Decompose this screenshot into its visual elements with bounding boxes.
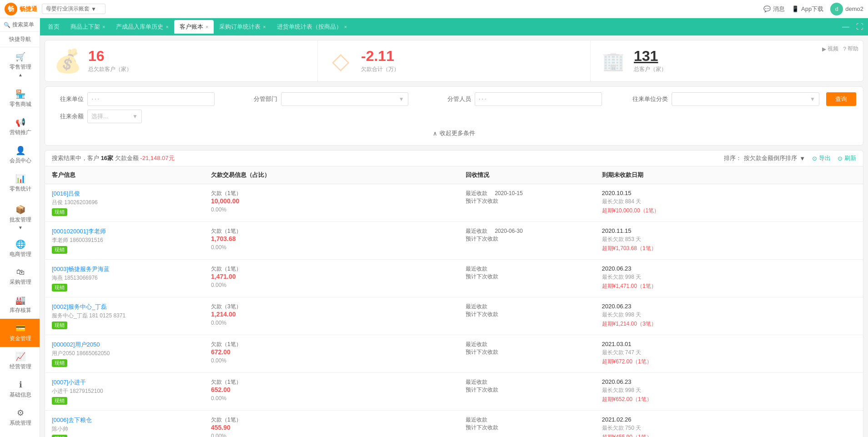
sidebar-item-member[interactable]: 👤 会员中心 xyxy=(0,141,40,169)
manager-input[interactable]: ··· xyxy=(475,92,602,106)
header-collection: 回收情况 xyxy=(466,171,602,179)
batch-icon: 📦 xyxy=(15,205,25,215)
collapse-btn[interactable]: ∧ 收起更多条件 xyxy=(433,129,475,137)
customer-tag: 现销 xyxy=(52,246,67,254)
sidebar-item-retail-stats[interactable]: 📊 零售统计 xyxy=(0,169,40,197)
tab-home[interactable]: 首页 xyxy=(42,20,65,34)
export-icon: ⊙ xyxy=(812,155,817,162)
tab-close-icon[interactable]: × xyxy=(263,24,266,30)
from-unit-label: 往来单位 xyxy=(52,95,84,103)
sidebar-search-label: 搜索菜单 xyxy=(12,21,34,29)
unit-class-select[interactable]: ▼ xyxy=(672,92,819,106)
manager-filter: 分管人员 ··· xyxy=(439,92,626,106)
results-bar: 搜索结果中，客户 16家 欠款金额 -21,148.07元 排序： 按欠款金额倒… xyxy=(45,150,863,166)
sidebar-item-label: 系统管理 xyxy=(10,419,31,427)
filter-row-1: 往来单位 ··· 分管部门 ▼ xyxy=(52,92,856,106)
tab-purchase-stats[interactable]: 进货单统计表（按商品） × xyxy=(271,20,352,34)
message-btn[interactable]: 💬 消息 xyxy=(763,5,785,13)
tab-customer-account[interactable]: 客户账本 × xyxy=(174,20,214,34)
user-name: demo2 xyxy=(845,5,863,12)
sidebar-item-stock[interactable]: 🏭 库存核算 xyxy=(0,291,40,319)
customer-name-link[interactable]: [0016]吕俊 xyxy=(52,190,80,197)
user-avatar-btn[interactable]: d demo2 xyxy=(830,3,863,15)
unit-class-arrow: ▼ xyxy=(810,96,815,102)
store-icon: 🏪 xyxy=(15,89,25,99)
results-sort[interactable]: 排序： 按欠款金额倒序排序 ▼ xyxy=(724,154,805,162)
sidebar-item-capital[interactable]: 💳 资金管理 xyxy=(0,319,40,347)
export-btn[interactable]: ⊙ 导出 xyxy=(812,154,831,162)
tab-product-publish[interactable]: 商品上下架 × xyxy=(65,20,110,34)
video-icon: ▶ xyxy=(822,46,826,52)
refresh-btn[interactable]: ⊙ 刷新 xyxy=(838,154,856,162)
tab-label: 客户账本 xyxy=(180,23,203,31)
tab-close-icon[interactable]: × xyxy=(166,24,168,30)
help-btn[interactable]: ? 帮助 xyxy=(843,45,858,53)
user-initial: d xyxy=(835,6,838,12)
customer-info-cell: [0003]畅捷服务尹海蓝 海燕 18513066976 现销 xyxy=(52,265,211,291)
search-button[interactable]: 查询 xyxy=(826,92,856,106)
overdue-amount-link[interactable]: 超期¥652.00（1笔） xyxy=(602,396,857,403)
customer-name-link[interactable]: [0006]去下粮仓 xyxy=(52,417,92,423)
overdue-amount-link[interactable]: 超期¥455.90（1笔） xyxy=(602,433,857,437)
next-collection: 预计下次收款 xyxy=(466,348,602,356)
sidebar-item-label: 库存核算 xyxy=(10,306,31,314)
debt-percent: 0.00% xyxy=(211,282,466,288)
stat-card-debt-amount: ◇ -2.11 欠款合计（万） xyxy=(318,40,591,81)
balance-label: 往来余额 xyxy=(52,112,84,121)
dept-label: 分管部门 xyxy=(246,95,277,103)
main-layout: 🔍 搜索菜单 快捷导航 🛒 零售管理 ▲ 🏪 零售商城 📢 营销推广 👤 xyxy=(0,18,868,437)
sidebar-quick-nav[interactable]: 快捷导航 xyxy=(0,32,40,47)
sidebar-item-retail-store[interactable]: 🏪 零售商城 xyxy=(0,85,40,113)
sidebar-search-btn[interactable]: 🔍 搜索菜单 xyxy=(0,18,40,32)
customer-name-link[interactable]: [0002]服务中心_丁磊 xyxy=(52,303,107,310)
sidebar-item-label: 基础信息 xyxy=(10,391,31,399)
collection-info: 最近收款 xyxy=(466,378,602,386)
sidebar-item-ops[interactable]: 📈 经营管理 xyxy=(0,347,40,375)
overdue-amount-link[interactable]: 超期¥1,214.00（3笔） xyxy=(602,320,857,328)
overdue-amount-link[interactable]: 超期¥1,471.00（1笔） xyxy=(602,282,857,290)
tab-production-history[interactable]: 产成品入库单历史 × xyxy=(110,20,174,34)
sidebar-item-ecom[interactable]: 🌐 电商管理 xyxy=(0,235,40,263)
debt-info: 欠款（1笔） xyxy=(211,265,466,273)
sidebar-item-batch-mgmt[interactable]: 📦 批发管理 ▼ xyxy=(0,200,40,235)
debt-amount-value: -2.11 xyxy=(361,49,581,63)
collapse-label: 收起更多条件 xyxy=(440,129,475,137)
debt-amount: 1,703.68 xyxy=(211,235,466,242)
app-download-btn[interactable]: 📱 App下载 xyxy=(792,5,823,13)
customer-name-link[interactable]: [0003]畅捷服务尹海蓝 xyxy=(52,266,110,272)
sidebar-item-corp[interactable]: 🤝 企业协同 xyxy=(0,432,40,437)
tab-minimize-btn[interactable]: — xyxy=(840,22,852,32)
sidebar-item-basic[interactable]: ℹ 基础信息 xyxy=(0,375,40,403)
sidebar-item-sys[interactable]: ⚙ 系统管理 xyxy=(0,403,40,432)
video-btn[interactable]: ▶ 视频 xyxy=(822,45,838,53)
tab-close-icon[interactable]: × xyxy=(102,24,105,30)
balance-placeholder: 选择... xyxy=(91,112,108,121)
industry-selector[interactable]: 母婴行业演示账套 ▼ xyxy=(42,4,105,14)
dept-select[interactable]: ▼ xyxy=(281,92,408,106)
balance-select[interactable]: 选择... ▼ xyxy=(87,110,142,123)
sidebar-item-marketing[interactable]: 📢 营销推广 xyxy=(0,113,40,141)
customer-phone: 小进干 18279152100 xyxy=(52,387,211,395)
sidebar-item-retail-mgmt[interactable]: 🛒 零售管理 ▲ xyxy=(0,47,40,82)
tab-purchase-order[interactable]: 采购订单统计表 × xyxy=(214,20,271,34)
collapse-row: ∧ 收起更多条件 xyxy=(52,127,856,140)
debt-customers-icon: 💰 xyxy=(54,47,81,75)
sort-value: 按欠款金额倒序排序 xyxy=(744,154,797,162)
balance-filter: 往来余额 选择... ▼ xyxy=(52,110,856,123)
tab-close-icon[interactable]: × xyxy=(344,24,347,30)
overdue-amount-link[interactable]: 超期¥10,000.00（1笔） xyxy=(602,207,857,215)
overdue-amount-link[interactable]: 超期¥1,703.68（1笔） xyxy=(602,245,857,252)
tab-close-icon[interactable]: × xyxy=(206,24,208,30)
tab-maximize-btn[interactable]: ⛶ xyxy=(854,22,866,32)
sidebar-item-purchase[interactable]: 🛍 采购管理 xyxy=(0,263,40,291)
overdue-amount-link[interactable]: 超期¥672.00（1笔） xyxy=(602,358,857,366)
stat-card-actions: ▶ 视频 ? 帮助 xyxy=(822,45,858,53)
overdue-cell: 2020.06.23 最长欠款 998 天 超期¥1,214.00（3笔） xyxy=(602,303,857,328)
table-header: 客户信息 欠款交易信息（占比） 回收情况 到期未收款日期 xyxy=(45,166,863,184)
customer-name-link[interactable]: [0001020001]李老师 xyxy=(52,228,106,235)
from-unit-input[interactable]: ··· xyxy=(87,92,215,106)
customer-name-link[interactable]: [0007]小进干 xyxy=(52,379,86,386)
results-prefix: 搜索结果中，客户 xyxy=(52,155,99,161)
customer-name-link[interactable]: [000002]用户2050 xyxy=(52,341,100,348)
customer-info-cell: [0006]去下粮仓 陈小帅 现销 xyxy=(52,416,211,437)
